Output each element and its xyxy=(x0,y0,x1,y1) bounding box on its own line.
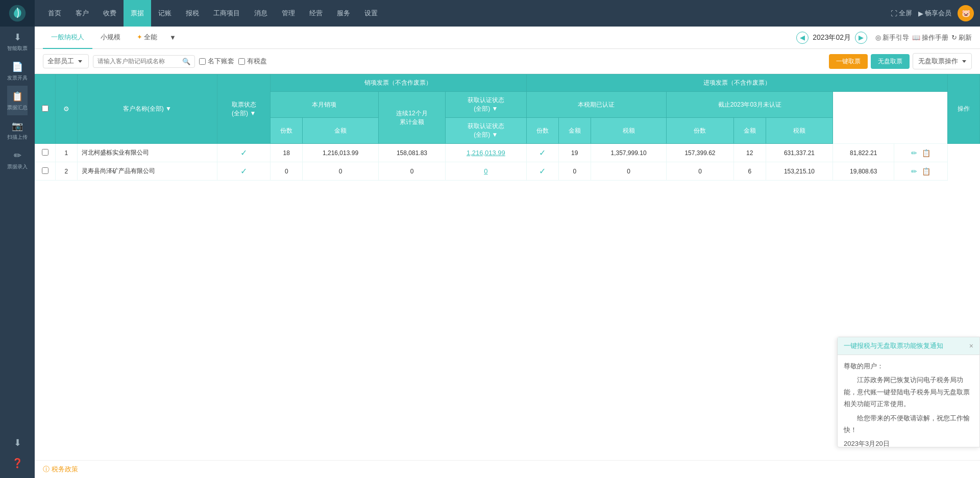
col-settings: ⚙ xyxy=(56,74,78,144)
scan-upload-icon: 📷 xyxy=(12,120,23,132)
col-purchase-amount: 金额 xyxy=(558,118,591,144)
refresh-icon: ↻ xyxy=(951,34,957,41)
new-guide-btn[interactable]: ◎ 新手引导 xyxy=(875,33,909,42)
table-row: 1 河北柯盛栎实业有限公司 ✓ 18 1,216,013.99 158,081.… xyxy=(35,144,980,162)
checkbox-taxpan[interactable] xyxy=(238,58,245,65)
sidebar-item-smart-fetch[interactable]: ⬇智能取票 xyxy=(7,27,28,56)
user-avatar[interactable]: 🐷 xyxy=(958,5,974,21)
topnav-item-bookkeeping[interactable]: 记账 xyxy=(151,0,179,27)
topnav-item-invoice[interactable]: 票据 xyxy=(124,0,151,27)
manual-btn[interactable]: 📖 操作手册 xyxy=(912,33,948,42)
no-disk-fetch-btn[interactable]: 无盘取票 xyxy=(871,54,910,69)
checkbox-xiamin[interactable] xyxy=(199,58,206,65)
invoice-issue-icon: 📄 xyxy=(12,61,23,72)
topnav-item-message[interactable]: 消息 xyxy=(247,0,275,27)
search-icon[interactable]: 🔍 xyxy=(182,58,190,65)
refresh-btn[interactable]: ↻ 刷新 xyxy=(951,33,972,42)
subtab-general[interactable]: 一般纳税人 xyxy=(43,27,92,49)
topnav-item-tax[interactable]: 报税 xyxy=(179,0,206,27)
col-subgroup-period-auth: 本税期已认证 xyxy=(526,92,667,118)
topnav-item-business[interactable]: 工商项目 xyxy=(206,0,247,27)
sidebar-item-download[interactable]: ⬇ xyxy=(0,432,35,452)
edit-icon[interactable]: ✏ xyxy=(911,167,917,175)
employee-select-label: 全部员工 xyxy=(47,57,74,66)
checkbox-xiamin-label[interactable]: 名下账套 xyxy=(199,57,234,66)
sidebar-item-invoice-summary[interactable]: 📋票据汇总 xyxy=(7,86,28,115)
dropdown-arrow-icon xyxy=(962,60,966,63)
subtab-allscope[interactable]: ✦ 全能 xyxy=(129,27,165,49)
topnav-item-service[interactable]: 服务 xyxy=(330,0,357,27)
edit-icon[interactable]: ✏ xyxy=(911,149,917,157)
12month-link[interactable]: 0 xyxy=(484,167,487,175)
col-sale-amount: 金额 xyxy=(303,118,378,144)
col-subgroup-monthly-sale: 本月销项 xyxy=(271,92,379,118)
col-purchase-auth-status2: 获取认证状态(全部) ▼ xyxy=(446,118,526,144)
notification-body: 尊敬的用户： 江苏政务网已恢复访问电子税务局功能，意代账一键登陆电子税务局与无盘… xyxy=(838,355,979,447)
fullscreen-btn[interactable]: ⛶ 全屏 xyxy=(891,9,912,18)
row-purchase-tax-cell: 0 xyxy=(667,162,733,181)
row-checkbox-cell xyxy=(35,162,56,181)
col-group-purchase: 进项发票（不含作废票） xyxy=(526,74,947,92)
employee-select-chevron xyxy=(78,60,82,63)
col-purchase-auth-status: 获取认证状态(全部) ▼ xyxy=(446,92,526,118)
col-subgroup-unauth: 截止2023年03月未认证 xyxy=(667,92,833,118)
sidebar-item-scan-upload[interactable]: 📷扫描上传 xyxy=(7,115,28,145)
toolbar: 全部员工 🔍 名下账套 有税盘 一键取票 无盘取票 无盘取票操作 xyxy=(35,49,980,74)
row-checkbox[interactable] xyxy=(42,167,48,174)
diamond-icon: ✦ xyxy=(137,33,142,41)
topnav-item-customer[interactable]: 客户 xyxy=(68,0,96,27)
book-icon: 📖 xyxy=(912,34,920,41)
row-unauth-amount-cell: 631,337.21 xyxy=(766,144,832,162)
one-key-fetch-btn[interactable]: 一键取票 xyxy=(829,54,868,69)
member-btn[interactable]: ▶ 畅享会员 xyxy=(918,9,951,18)
employee-select[interactable]: 全部员工 xyxy=(43,54,89,68)
sidebar-item-invoice-entry[interactable]: ✏票据录入 xyxy=(7,145,28,174)
tax-policy-link[interactable]: ⓘ 税务政策 xyxy=(43,465,78,474)
row-12month-cell: 1,216,013.99 xyxy=(446,144,526,162)
subtab-small[interactable]: 小规模 xyxy=(92,27,129,49)
row-purchase-tax-cell: 157,399.62 xyxy=(667,144,733,162)
col-checkbox xyxy=(35,74,56,144)
help-icon: ❓ xyxy=(12,458,23,469)
col-unauth-amount: 金额 xyxy=(733,118,766,144)
search-input[interactable] xyxy=(97,58,180,65)
select-all-checkbox[interactable] xyxy=(42,105,48,112)
notification-close-btn[interactable]: × xyxy=(969,342,973,350)
chevron-right-icon: ▶ xyxy=(859,34,864,41)
settings-icon[interactable]: ⚙ xyxy=(63,105,69,113)
row-sale-count-cell: 18 xyxy=(271,144,303,162)
checkbox-taxpan-label[interactable]: 有税盘 xyxy=(238,57,267,66)
notification-title: 一键报税与无盘取票功能恢复通知 xyxy=(844,341,943,350)
12month-link[interactable]: 1,216,013.99 xyxy=(467,149,505,157)
row-customer-cell: 河北柯盛栎实业有限公司 xyxy=(77,144,217,162)
col-purchase-count: 份数 xyxy=(526,118,558,144)
col-customer: 客户名称(全部) ▼ xyxy=(77,74,217,144)
topnav-item-collection[interactable]: 收费 xyxy=(96,0,124,27)
subtab-more-btn[interactable]: ▼ xyxy=(165,34,180,41)
col-purchase-tax: 税额 xyxy=(591,118,666,144)
sidebar-label-invoice-summary: 票据汇总 xyxy=(7,104,28,111)
topnav-item-manage[interactable]: 管理 xyxy=(275,0,302,27)
auth-status-icon: ✓ xyxy=(539,148,546,157)
topnav-item-operation[interactable]: 经营 xyxy=(302,0,330,27)
sidebar-item-help[interactable]: ❓ xyxy=(0,452,35,473)
row-checkbox[interactable] xyxy=(42,149,48,156)
next-month-btn[interactable]: ▶ xyxy=(855,32,867,44)
view-icon[interactable]: 📋 xyxy=(922,167,930,175)
prev-month-btn[interactable]: ◀ xyxy=(796,32,808,44)
topnav-item-settings[interactable]: 设置 xyxy=(357,0,385,27)
notification-scroll[interactable]: 尊敬的用户： 江苏政务网已恢复访问电子税务局功能，意代账一键登陆电子税务局与无盘… xyxy=(838,355,979,447)
col-sale-count: 份数 xyxy=(271,118,303,144)
sidebar-label-scan-upload: 扫描上传 xyxy=(7,134,28,141)
row-unauth-tax-cell: 81,822.21 xyxy=(833,144,894,162)
sidebar-bottom: ⬇ ❓ xyxy=(0,432,35,478)
current-date-label: 2023年02月 xyxy=(813,33,851,42)
row-num-cell: 1 xyxy=(56,144,78,162)
top-navigation: 首页客户收费票据记账报税工商项目消息管理经营服务设置 ⛶ 全屏 ▶ 畅享会员 🐷 xyxy=(35,0,980,27)
sidebar-item-invoice-issue[interactable]: 📄发票开具 xyxy=(7,56,28,86)
topnav-item-home[interactable]: 首页 xyxy=(41,0,68,27)
no-disk-ops-btn[interactable]: 无盘取票操作 xyxy=(913,53,972,69)
view-icon[interactable]: 📋 xyxy=(922,149,930,157)
row-purchase-count-cell: 19 xyxy=(558,144,591,162)
row-unauth-tax-cell: 19,808.63 xyxy=(833,162,894,181)
